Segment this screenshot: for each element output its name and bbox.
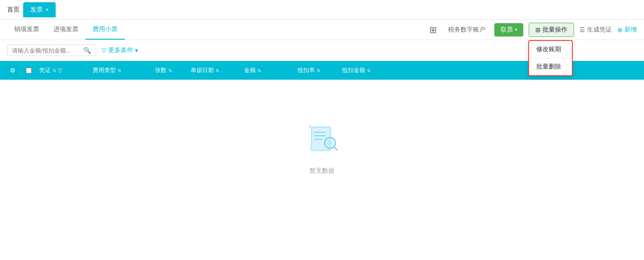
deduct-rate-sort-icon: ⇅ xyxy=(317,68,320,73)
add-icon: ⊕ xyxy=(617,26,623,33)
date-sort-icon: ⇅ xyxy=(216,68,219,73)
filter-arrow: ▾ xyxy=(135,47,138,54)
expense-type-sort-icon: ⇅ xyxy=(118,68,121,73)
search-input[interactable] xyxy=(12,47,83,54)
nav-expense[interactable]: 费用小票 xyxy=(86,20,125,40)
empty-illustration xyxy=(300,115,344,160)
col-count[interactable]: 张数 ⇅ xyxy=(151,66,187,74)
invoice-tab-label: 发票 xyxy=(30,6,43,14)
col-voucher[interactable]: 凭证 ⇅ ▽ xyxy=(36,66,89,74)
main-content: ⚙ 凭证 ⇅ ▽ 费用类型 ⇅ 张数 ⇅ 单据日期 ⇅ 金额 ⇅ 抵扣率 ⇅ xyxy=(0,61,644,260)
voucher-sort-icon: ⇅ xyxy=(53,68,56,73)
col-expense-type-label: 费用类型 xyxy=(93,66,116,74)
batch-dropdown-menu: 修改账期 批量删除 xyxy=(528,40,573,76)
col-amount-label: 金额 xyxy=(244,66,256,74)
close-icon[interactable]: × xyxy=(45,7,49,13)
top-bar: 首页 发票 × xyxy=(0,0,644,20)
col-deduct-rate[interactable]: 抵扣率 ⇅ xyxy=(294,66,338,74)
checkbox-all[interactable] xyxy=(26,68,32,73)
home-link[interactable]: 首页 xyxy=(7,6,20,14)
svg-point-7 xyxy=(327,140,333,146)
empty-state: 暂无数据 xyxy=(0,80,644,211)
sub-nav: 销项发票 进项发票 费用小票 ⊞ 税务数字账户 取票 ▾ ⊞ 批量操作 ☰ 生成… xyxy=(0,20,644,40)
settings-icon[interactable]: ⚙ xyxy=(4,67,21,74)
col-deduct-amount-label: 抵扣金额 xyxy=(342,66,365,74)
col-count-label: 张数 xyxy=(155,66,167,74)
batch-operation-button[interactable]: ⊞ 批量操作 xyxy=(529,23,574,37)
col-date[interactable]: 单据日期 ⇅ xyxy=(187,66,240,74)
col-date-label: 单据日期 xyxy=(191,66,214,74)
search-icon: 🔍 xyxy=(83,47,91,54)
col-expense-type[interactable]: 费用类型 ⇅ xyxy=(89,66,151,74)
filter-label: 更多条件 xyxy=(108,46,133,54)
generate-voucher-button[interactable]: ☰ 生成凭证 xyxy=(579,26,612,34)
nav-incoming[interactable]: 进项发票 xyxy=(46,20,86,40)
add-label: 新增 xyxy=(624,26,637,34)
empty-text: 暂无数据 xyxy=(310,167,334,175)
add-button[interactable]: ⊕ 新增 xyxy=(617,26,637,34)
generate-icon: ☰ xyxy=(579,26,585,33)
deduct-amount-sort-icon: ⇅ xyxy=(367,68,371,73)
filter-icon: ▽ xyxy=(102,47,106,54)
count-sort-icon: ⇅ xyxy=(168,68,172,73)
invoice-tab[interactable]: 发票 × xyxy=(23,2,56,17)
batch-icon: ⊞ xyxy=(535,26,541,33)
nav-sales[interactable]: 销项发票 xyxy=(7,20,46,40)
batch-label: 批量操作 xyxy=(542,26,567,34)
quepiao-arrow: ▾ xyxy=(515,27,517,32)
tax-account-button[interactable]: 税务数字账户 xyxy=(444,24,489,36)
sub-nav-right: ⊞ 税务数字账户 取票 ▾ ⊞ 批量操作 ☰ 生成凭证 ⊕ 新增 xyxy=(427,23,637,37)
search-wrap[interactable]: 🔍 xyxy=(7,45,96,56)
quepiao-button[interactable]: 取票 ▾ xyxy=(494,23,523,37)
col-voucher-label: 凭证 xyxy=(39,66,51,74)
col-deduct-rate-label: 抵扣率 xyxy=(298,66,315,74)
voucher-filter-icon: ▽ xyxy=(58,67,62,74)
col-amount[interactable]: 金额 ⇅ xyxy=(240,66,294,74)
batch-delete-item[interactable]: 批量删除 xyxy=(529,58,572,75)
select-all-checkbox[interactable] xyxy=(21,68,36,73)
generate-label: 生成凭证 xyxy=(587,26,612,34)
modify-period-item[interactable]: 修改账期 xyxy=(529,41,572,58)
qr-icon[interactable]: ⊞ xyxy=(427,24,439,36)
filter-button[interactable]: ▽ 更多条件 ▾ xyxy=(102,46,138,54)
col-deduct-amount[interactable]: 抵扣金额 ⇅ xyxy=(338,66,392,74)
amount-sort-icon: ⇅ xyxy=(257,68,261,73)
quepiao-label: 取票 xyxy=(501,26,513,34)
